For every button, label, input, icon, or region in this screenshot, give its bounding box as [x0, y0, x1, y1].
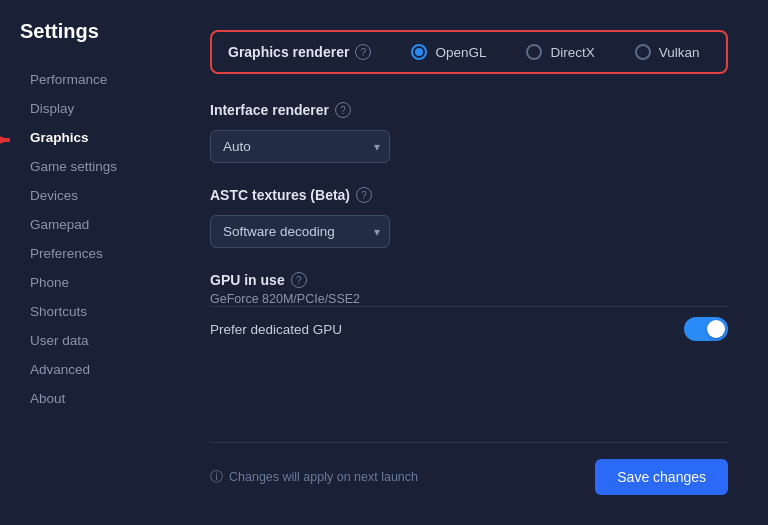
astc-textures-help-icon[interactable]: ? [356, 187, 372, 203]
save-changes-button[interactable]: Save changes [595, 459, 728, 495]
opengl-label: OpenGL [435, 45, 486, 60]
astc-textures-header: ASTC textures (Beta) ? [210, 187, 728, 203]
sidebar-item-devices[interactable]: Devices [20, 181, 170, 210]
vulkan-option[interactable]: Vulkan [635, 44, 700, 60]
directx-option[interactable]: DirectX [526, 44, 594, 60]
sidebar-item-phone[interactable]: Phone [20, 268, 170, 297]
astc-textures-title: ASTC textures (Beta) [210, 187, 350, 203]
graphics-renderer-section: Graphics renderer ? OpenGL DirectX Vulka… [210, 30, 728, 78]
sidebar: Settings Performance Display Graphics Ga… [20, 20, 180, 505]
gpu-help-icon[interactable]: ? [291, 272, 307, 288]
astc-textures-section: ASTC textures (Beta) ? Software decoding… [210, 187, 728, 248]
graphics-renderer-title: Graphics renderer [228, 44, 349, 60]
prefer-dedicated-gpu-label: Prefer dedicated GPU [210, 322, 342, 337]
interface-renderer-header: Interface renderer ? [210, 102, 728, 118]
sidebar-item-shortcuts[interactable]: Shortcuts [20, 297, 170, 326]
sidebar-item-gamepad[interactable]: Gamepad [20, 210, 170, 239]
sidebar-item-game-settings[interactable]: Game settings [20, 152, 170, 181]
interface-renderer-title: Interface renderer [210, 102, 329, 118]
directx-radio[interactable] [526, 44, 542, 60]
sidebar-item-advanced[interactable]: Advanced [20, 355, 170, 384]
opengl-option[interactable]: OpenGL [411, 44, 486, 60]
renderer-box: Graphics renderer ? OpenGL DirectX Vulka… [210, 30, 728, 74]
vulkan-label: Vulkan [659, 45, 700, 60]
gpu-header: GPU in use ? [210, 272, 728, 288]
gpu-title: GPU in use [210, 272, 285, 288]
prefer-dedicated-gpu-toggle[interactable] [684, 317, 728, 341]
toggle-knob [707, 320, 725, 338]
graphics-renderer-header: Graphics renderer ? [228, 44, 371, 60]
sidebar-item-preferences[interactable]: Preferences [20, 239, 170, 268]
astc-textures-dropdown[interactable]: Software decoding Hardware decoding Disa… [210, 215, 390, 248]
main-content: Graphics renderer ? OpenGL DirectX Vulka… [180, 20, 748, 505]
interface-renderer-dropdown[interactable]: Auto OpenGL DirectX [210, 130, 390, 163]
graphics-renderer-help-icon[interactable]: ? [355, 44, 371, 60]
interface-renderer-section: Interface renderer ? Auto OpenGL DirectX… [210, 102, 728, 163]
opengl-radio[interactable] [411, 44, 427, 60]
sidebar-item-performance[interactable]: Performance [20, 65, 170, 94]
directx-label: DirectX [550, 45, 594, 60]
info-icon: ⓘ [210, 468, 223, 486]
sidebar-item-graphics[interactable]: Graphics [20, 123, 170, 152]
interface-renderer-dropdown-wrapper: Auto OpenGL DirectX ▾ [210, 130, 390, 163]
gpu-section: GPU in use ? GeForce 820M/PCIe/SSE2 Pref… [210, 272, 728, 351]
footer: ⓘ Changes will apply on next launch Save… [210, 442, 728, 495]
astc-textures-dropdown-wrapper: Software decoding Hardware decoding Disa… [210, 215, 390, 248]
interface-renderer-help-icon[interactable]: ? [335, 102, 351, 118]
sidebar-item-about[interactable]: About [20, 384, 170, 413]
app-title: Settings [20, 20, 170, 43]
footer-note: ⓘ Changes will apply on next launch [210, 468, 418, 486]
sidebar-item-display[interactable]: Display [20, 94, 170, 123]
prefer-dedicated-gpu-row: Prefer dedicated GPU [210, 306, 728, 351]
gpu-value: GeForce 820M/PCIe/SSE2 [210, 292, 728, 306]
vulkan-radio[interactable] [635, 44, 651, 60]
footer-note-text: Changes will apply on next launch [229, 470, 418, 484]
sidebar-item-user-data[interactable]: User data [20, 326, 170, 355]
